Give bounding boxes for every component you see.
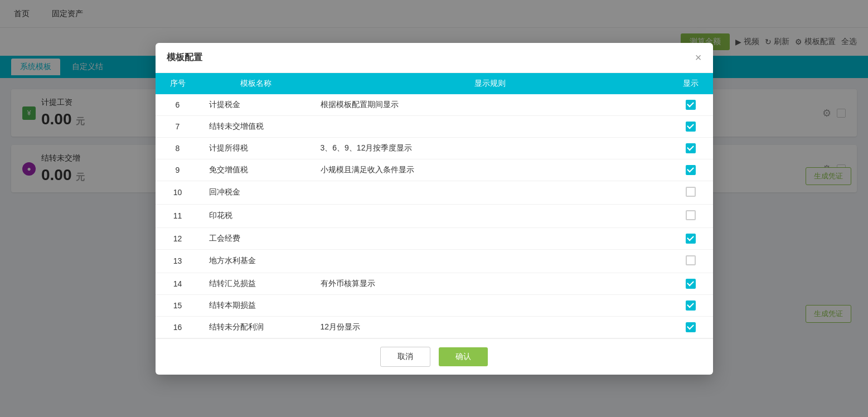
modal-close-button[interactable]: × [695,52,702,63]
modal-body: 序号 模板名称 显示规则 显示 6计提税金根据模板配置期间显示7结转未交增值税8… [156,73,713,338]
cell-checkbox[interactable] [668,181,713,204]
cell-seq: 16 [156,316,200,338]
cell-checkbox[interactable] [668,227,713,249]
checkbox-7[interactable] [686,255,696,265]
checkbox-3[interactable] [686,165,696,175]
col-header-seq: 序号 [156,73,200,94]
cell-seq: 8 [156,137,200,159]
cell-checkbox[interactable] [668,294,713,316]
config-table: 序号 模板名称 显示规则 显示 6计提税金根据模板配置期间显示7结转未交增值税8… [156,73,713,338]
cell-rule: 小规模且满足收入条件显示 [312,159,668,181]
checkbox-6[interactable] [686,234,696,244]
cell-name: 结转本期损益 [200,294,312,316]
cell-name: 结转汇兑损益 [200,273,312,294]
modal-overlay: 模板配置 × 序号 模板名称 显示规则 显示 6计提税金根据模板配置期间显示7结… [0,0,868,417]
cell-rule [312,294,668,316]
cancel-button[interactable]: 取消 [380,347,430,367]
cell-checkbox[interactable] [668,115,713,137]
cell-rule [312,227,668,249]
cell-seq: 12 [156,227,200,249]
col-header-name: 模板名称 [200,73,312,94]
cell-seq: 15 [156,294,200,316]
cell-name: 免交增值税 [200,159,312,181]
cell-checkbox[interactable] [668,316,713,338]
table-row: 9免交增值税小规模且满足收入条件显示 [156,159,713,181]
cell-name: 结转未交增值税 [200,115,312,137]
table-row: 12工会经费 [156,227,713,249]
table-row: 7结转未交增值税 [156,115,713,137]
cell-rule: 3、6、9、12月按季度显示 [312,137,668,159]
table-row: 14结转汇兑损益有外币核算显示 [156,273,713,294]
cell-rule [312,115,668,137]
cell-name: 地方水利基金 [200,249,312,273]
cell-seq: 13 [156,249,200,273]
cell-name: 印花税 [200,204,312,227]
cell-seq: 9 [156,159,200,181]
checkbox-4[interactable] [686,187,696,197]
checkbox-10[interactable] [686,322,696,332]
col-header-rule: 显示规则 [312,73,668,94]
table-row: 15结转本期损益 [156,294,713,316]
table-header-row: 序号 模板名称 显示规则 显示 [156,73,713,94]
table-row: 8计提所得税3、6、9、12月按季度显示 [156,137,713,159]
cell-checkbox[interactable] [668,249,713,273]
cell-seq: 11 [156,204,200,227]
cell-checkbox[interactable] [668,159,713,181]
cell-rule: 12月份显示 [312,316,668,338]
cell-rule [312,181,668,204]
modal-footer: 取消 确认 [156,338,713,375]
cell-name: 工会经费 [200,227,312,249]
cell-checkbox[interactable] [668,273,713,294]
cell-seq: 14 [156,273,200,294]
table-row: 6计提税金根据模板配置期间显示 [156,94,713,116]
table-row: 16结转未分配利润12月份显示 [156,316,713,338]
checkbox-9[interactable] [686,300,696,311]
checkbox-8[interactable] [686,279,696,289]
col-header-show: 显示 [668,73,713,94]
cell-seq: 6 [156,94,200,116]
checkbox-0[interactable] [686,100,696,110]
modal-header: 模板配置 × [156,43,713,73]
cell-name: 计提所得税 [200,137,312,159]
checkbox-1[interactable] [686,122,696,132]
cell-checkbox[interactable] [668,94,713,116]
cell-rule: 根据模板配置期间显示 [312,94,668,116]
cell-rule [312,249,668,273]
cell-checkbox[interactable] [668,204,713,227]
checkbox-2[interactable] [686,143,696,153]
modal-title: 模板配置 [167,52,202,64]
checkbox-5[interactable] [686,210,696,220]
table-row: 13地方水利基金 [156,249,713,273]
cell-rule: 有外币核算显示 [312,273,668,294]
cell-rule [312,204,668,227]
cell-name: 结转未分配利润 [200,316,312,338]
table-row: 10回冲税金 [156,181,713,204]
cell-seq: 7 [156,115,200,137]
cell-checkbox[interactable] [668,137,713,159]
cell-name: 计提税金 [200,94,312,116]
cell-name: 回冲税金 [200,181,312,204]
confirm-button[interactable]: 确认 [439,347,488,366]
table-row: 11印花税 [156,204,713,227]
cell-seq: 10 [156,181,200,204]
modal-dialog: 模板配置 × 序号 模板名称 显示规则 显示 6计提税金根据模板配置期间显示7结… [156,43,713,375]
